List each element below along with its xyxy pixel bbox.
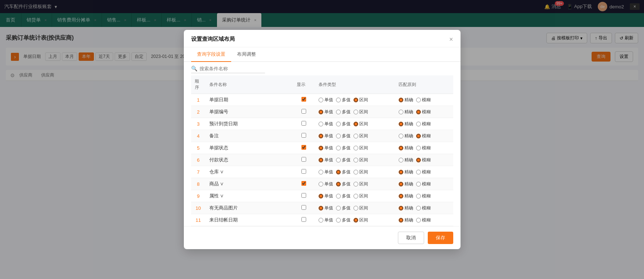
row-display[interactable] <box>293 202 315 214</box>
match-radio-精确[interactable]: 精确 <box>399 97 413 103</box>
row-type: 单值 多值 区间 <box>315 178 395 190</box>
type-radio-区间[interactable]: 区间 <box>353 121 368 127</box>
row-display[interactable] <box>293 214 315 226</box>
row-display[interactable] <box>293 178 315 190</box>
type-radio-区间[interactable]: 区间 <box>353 109 368 115</box>
type-radio-单值[interactable]: 单值 <box>319 133 333 139</box>
type-radio-区间[interactable]: 区间 <box>353 145 368 151</box>
type-radio-多值[interactable]: 多值 <box>336 169 351 175</box>
match-radio-精确[interactable]: 精确 <box>399 145 413 151</box>
display-checkbox[interactable] <box>301 169 306 174</box>
match-radio-模糊[interactable]: 模糊 <box>416 217 431 223</box>
save-button[interactable]: 保存 <box>428 232 453 244</box>
match-radio-精确[interactable]: 精确 <box>399 157 413 163</box>
display-checkbox[interactable] <box>301 193 306 198</box>
table-row: 6 付款状态 单值 多值 区间 <box>191 154 453 166</box>
type-radio-区间[interactable]: 区间 <box>353 133 368 139</box>
match-radio-模糊[interactable]: 模糊 <box>416 97 431 103</box>
display-checkbox[interactable] <box>301 133 306 138</box>
type-radio-区间[interactable]: 区间 <box>353 205 368 211</box>
type-radio-多值[interactable]: 多值 <box>336 109 351 115</box>
type-radio-区间[interactable]: 区间 <box>353 157 368 163</box>
type-radio-单值[interactable]: 单值 <box>319 193 333 199</box>
match-radio-精确[interactable]: 精确 <box>399 193 413 199</box>
row-display[interactable] <box>293 190 315 202</box>
type-radio-多值[interactable]: 多值 <box>336 193 351 199</box>
type-radio-单值[interactable]: 单值 <box>319 181 333 187</box>
search-input[interactable] <box>199 66 265 71</box>
row-match: 精确 模糊 <box>395 214 453 226</box>
match-radio-精确[interactable]: 精确 <box>399 169 413 175</box>
match-radio-精确[interactable]: 精确 <box>399 181 413 187</box>
match-radio-精确[interactable]: 精确 <box>399 121 413 127</box>
match-radio-精确[interactable]: 精确 <box>399 109 413 115</box>
row-display[interactable] <box>293 94 315 106</box>
row-name: 商品 ∨ <box>206 178 293 190</box>
dialog-close-button[interactable]: × <box>449 36 453 43</box>
row-name: 预计到货日期 <box>206 118 293 130</box>
type-radio-区间[interactable]: 区间 <box>353 169 368 175</box>
col-display: 显示 <box>293 75 315 94</box>
display-checkbox[interactable] <box>301 121 306 126</box>
match-radio-模糊[interactable]: 模糊 <box>416 133 431 139</box>
match-radio-模糊[interactable]: 模糊 <box>416 109 431 115</box>
match-radio-模糊[interactable]: 模糊 <box>416 205 431 211</box>
type-radio-区间[interactable]: 区间 <box>353 217 368 223</box>
type-radio-多值[interactable]: 多值 <box>336 217 351 223</box>
type-radio-区间[interactable]: 区间 <box>353 193 368 199</box>
display-checkbox[interactable] <box>301 181 306 186</box>
type-radio-单值[interactable]: 单值 <box>319 169 333 175</box>
row-seq: 2 <box>191 106 206 118</box>
table-row: 7 仓库 ∨ 单值 多值 区间 <box>191 166 453 178</box>
type-radio-多值[interactable]: 多值 <box>336 181 351 187</box>
match-radio-模糊[interactable]: 模糊 <box>416 121 431 127</box>
row-type: 单值 多值 区间 <box>315 94 395 106</box>
display-checkbox[interactable] <box>301 97 306 102</box>
row-display[interactable] <box>293 166 315 178</box>
row-display[interactable] <box>293 118 315 130</box>
tab-layout-adjustment[interactable]: 布局调整 <box>231 47 262 62</box>
match-radio-精确[interactable]: 精确 <box>399 205 413 211</box>
search-icon: 🔍 <box>191 66 197 71</box>
type-radio-单值[interactable]: 单值 <box>319 145 333 151</box>
match-radio-精确[interactable]: 精确 <box>399 133 413 139</box>
type-radio-单值[interactable]: 单值 <box>319 97 333 103</box>
row-display[interactable] <box>293 154 315 166</box>
match-radio-模糊[interactable]: 模糊 <box>416 181 431 187</box>
row-type: 单值 多值 区间 <box>315 106 395 118</box>
display-checkbox[interactable] <box>301 109 306 114</box>
tab-query-field-settings[interactable]: 查询字段设置 <box>191 47 231 62</box>
row-display[interactable] <box>293 130 315 142</box>
match-radio-模糊[interactable]: 模糊 <box>416 145 431 151</box>
type-radio-多值[interactable]: 多值 <box>336 121 351 127</box>
type-radio-多值[interactable]: 多值 <box>336 157 351 163</box>
table-row: 10 有无商品图片 单值 多值 区间 <box>191 202 453 214</box>
display-checkbox[interactable] <box>301 145 306 150</box>
type-radio-多值[interactable]: 多值 <box>336 133 351 139</box>
row-match: 精确 模糊 <box>395 154 453 166</box>
type-radio-多值[interactable]: 多值 <box>336 97 351 103</box>
type-radio-单值[interactable]: 单值 <box>319 109 333 115</box>
type-radio-单值[interactable]: 单值 <box>319 217 333 223</box>
display-checkbox[interactable] <box>301 157 306 162</box>
row-match: 精确 模糊 <box>395 94 453 106</box>
row-name: 备注 <box>206 130 293 142</box>
display-checkbox[interactable] <box>301 217 306 222</box>
type-radio-单值[interactable]: 单值 <box>319 157 333 163</box>
type-radio-区间[interactable]: 区间 <box>353 181 368 187</box>
dialog-search-area: 🔍 <box>184 62 461 75</box>
row-seq: 1 <box>191 94 206 106</box>
row-display[interactable] <box>293 106 315 118</box>
type-radio-多值[interactable]: 多值 <box>336 145 351 151</box>
match-radio-模糊[interactable]: 模糊 <box>416 193 431 199</box>
type-radio-区间[interactable]: 区间 <box>353 97 368 103</box>
type-radio-单值[interactable]: 单值 <box>319 205 333 211</box>
match-radio-精确[interactable]: 精确 <box>399 217 413 223</box>
type-radio-单值[interactable]: 单值 <box>319 121 333 127</box>
type-radio-多值[interactable]: 多值 <box>336 205 351 211</box>
match-radio-模糊[interactable]: 模糊 <box>416 169 431 175</box>
row-display[interactable] <box>293 142 315 154</box>
cancel-button[interactable]: 取消 <box>398 232 424 244</box>
display-checkbox[interactable] <box>301 205 306 210</box>
match-radio-模糊[interactable]: 模糊 <box>416 157 431 163</box>
